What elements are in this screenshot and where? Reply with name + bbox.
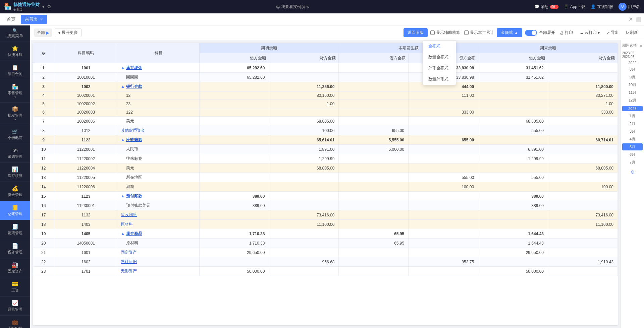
table-row[interactable]: 6 10020003 122 333.00 333.00 [33, 108, 618, 117]
month-2022-11[interactable]: 11月 [622, 89, 643, 96]
row-name[interactable]: 往来标签 [118, 154, 199, 163]
row-name[interactable]: 美元 [118, 163, 199, 173]
table-row[interactable]: 10 11220001 人民币 1,891.00 5,000.00 6,891.… [33, 145, 618, 154]
month-2022-9[interactable]: 9月 [622, 74, 643, 81]
table-row[interactable]: 22 1602 累计折旧 956.68 953.75 1,910.43 [33, 257, 618, 267]
tab-home[interactable]: 首页 [3, 15, 19, 24]
row-name[interactable]: 累计折旧 [118, 257, 199, 267]
month-2023-5[interactable]: 5月 [622, 143, 643, 150]
row-name[interactable]: 12 [118, 91, 199, 100]
row-name[interactable]: 游戏 [118, 182, 199, 192]
ytd-checkbox-input[interactable] [464, 30, 469, 35]
table-row[interactable]: 17 1132 应收利息 73,416.00 73,416.00 [33, 210, 618, 220]
table-row[interactable]: 14 11220006 游戏 100.00 100.00 [33, 182, 618, 192]
print-button[interactable]: 🖨 打印 [558, 28, 575, 37]
row-name[interactable]: ▲银行存款 [118, 82, 199, 91]
cloud-print-button[interactable]: ☁ 云打印 ▾ [578, 28, 602, 37]
month-2023-1[interactable]: 1月 [622, 113, 643, 120]
format-option-amount[interactable]: 金额式 [423, 41, 456, 52]
table-row[interactable]: 7 10020006 美元 68,805.00 68,805.00 [33, 117, 618, 126]
close-window-icon[interactable]: ✕ [629, 16, 633, 22]
sidebar-item-ecommerce[interactable]: 🛒 小畅电商 [0, 125, 30, 144]
return-old-version-button[interactable]: 返回旧版 [404, 28, 428, 37]
row-name[interactable]: 人民币 [118, 145, 199, 154]
sidebar-item-inventory[interactable]: 📊 库存核算 [0, 163, 30, 182]
row-name[interactable]: ▲预付账款 [118, 192, 199, 201]
tab-close-icon[interactable]: ✕ [40, 17, 43, 21]
message-button[interactable]: 💬 消息 99+ [534, 4, 558, 10]
row-name[interactable]: 原材料 [118, 220, 199, 229]
row-name[interactable]: ▲库存现金 [118, 63, 199, 73]
sidebar-item-fixed-assets[interactable]: 🏭 固定资产 [0, 258, 30, 277]
table-row[interactable]: 18 1403 原材料 11,100.00 11,100.00 [33, 220, 618, 229]
show-ytd-checkbox[interactable]: 显示本年累计 [464, 30, 494, 36]
sidebar-item-retail[interactable]: 🏪 零售管理 ▾ [0, 80, 30, 103]
row-name[interactable]: 122 [118, 108, 199, 117]
dropdown-arrow-icon[interactable]: ▾ [42, 4, 44, 9]
format-option-qty-amount[interactable]: 数量金额式 [423, 52, 456, 63]
month-2023-2[interactable]: 2月 [622, 120, 643, 127]
table-row[interactable]: 16 11230001 预付账款美元 389.00 389.00 [33, 201, 618, 210]
table-row[interactable]: 5 10020002 23 1.00 1.00 [33, 100, 618, 108]
sidebar-item-project[interactable]: 📋 项目合同 [0, 61, 30, 80]
format-option-foreign-amount[interactable]: 外币金额式 [423, 63, 456, 74]
month-2023-4[interactable]: 4月 [622, 136, 643, 143]
table-row[interactable]: 12 11220004 美元 68,805.00 68,805.00 [33, 163, 618, 173]
tab-balance[interactable]: 余额表 ✕ [21, 15, 47, 24]
table-row[interactable]: 8 1012 其他货币资金 100.00 655.00 555.00 [33, 126, 618, 135]
table-row[interactable]: 4 10020001 12 80,160.00 111.00 80,271.00 [33, 91, 618, 100]
toggle-switch[interactable] [525, 30, 537, 36]
format-dropdown-button[interactable]: 金额式 ▲ [497, 28, 522, 37]
user-avatar[interactable]: U 用户名 [619, 3, 640, 11]
row-name[interactable]: 无形资产 [118, 267, 199, 276]
row-name[interactable]: 回回回 [118, 73, 199, 82]
sidebar-item-payroll[interactable]: 💳 工资 [0, 277, 30, 297]
maximize-icon[interactable]: ⬜ [636, 17, 641, 22]
assist-checkbox-input[interactable] [430, 30, 435, 35]
table-row[interactable]: 20 14050001 原材料 1,710.38 65.95 1,644.43 [33, 239, 618, 248]
table-row[interactable]: 23 1701 无形资产 50,000.00 50,000.00 [33, 267, 618, 276]
sidebar-item-invoice[interactable]: 🧾 发票管理 [0, 220, 30, 239]
table-row[interactable]: 13 11220005 所在地区 555.00 555.00 [33, 173, 618, 182]
sidebar-item-purchase[interactable]: 🛍 采购管理 [0, 144, 30, 163]
format-option-qty-foreign[interactable]: 数量外币式 [423, 74, 456, 85]
table-row[interactable]: 21 1601 固定资产 29,650.00 29,650.00 [33, 248, 618, 257]
month-2022-8[interactable]: 8月 [622, 66, 643, 73]
month-2023-3[interactable]: 3月 [622, 128, 643, 135]
sidebar-item-quick-nav[interactable]: ⭐ 快捷导航 [0, 42, 30, 61]
row-name[interactable]: 23 [118, 100, 199, 108]
row-name[interactable]: ▲应收账款 [118, 135, 199, 145]
table-row[interactable]: 2 10010001 回回回 65,282.60 33,830.98 31,45… [33, 73, 618, 82]
table-row[interactable]: 11 11220002 往来标签 1,299.99 1,299.99 [33, 154, 618, 163]
table-row[interactable]: 3 1002 ▲银行存款 11,356.00 444.00 11,800.00 [33, 82, 618, 91]
table-row[interactable]: 19 1405 ▲库存商品 1,710.38 65.95 1,644.43 [33, 229, 618, 239]
nav-all-button[interactable]: 全部 ▶ [34, 28, 52, 37]
month-2023-6[interactable]: 6月 [622, 151, 643, 158]
expand-more-button[interactable]: ▾ 展开更多 [55, 28, 82, 37]
month-2023-7[interactable]: 7月 [622, 159, 643, 166]
export-button[interactable]: ↗ 导出 [604, 28, 621, 37]
settings-icon[interactable]: ⚙ [47, 4, 51, 9]
month-2022-10[interactable]: 10月 [622, 81, 643, 88]
row-name[interactable]: 预付账款美元 [118, 201, 199, 210]
table-row[interactable]: 15 1123 ▲预付账款 389.00 389.00 [33, 192, 618, 201]
show-assist-checkbox[interactable]: 显示辅助核算 [430, 30, 460, 36]
row-name[interactable]: ▲库存商品 [118, 229, 199, 239]
row-name[interactable]: 应收利息 [118, 210, 199, 220]
col-gear[interactable]: ⚙ [33, 43, 54, 63]
row-name[interactable]: 所在地区 [118, 173, 199, 182]
row-name[interactable]: 固定资产 [118, 248, 199, 257]
row-name[interactable]: 原材料 [118, 239, 199, 248]
app-download-button[interactable]: 📱 App下载 [564, 4, 585, 10]
row-name[interactable]: 美元 [118, 117, 199, 126]
sidebar-item-sales[interactable]: 💼 小畅报销 [0, 316, 30, 328]
row-name[interactable]: 其他货币资金 [118, 126, 199, 135]
expand-all-toggle[interactable]: 全部展开 [525, 30, 555, 36]
demo-link[interactable]: ◎ 我要看实例演示 [276, 4, 309, 10]
sidebar-item-ledger[interactable]: 📒 总账管理 [0, 201, 30, 220]
panel-expand-icon[interactable]: ⊙ [631, 169, 635, 175]
sidebar-item-capital[interactable]: 💰 资金管理 [0, 182, 30, 201]
sidebar-item-tax[interactable]: 📄 税务管理 [0, 239, 30, 258]
sidebar-item-wholesale[interactable]: 📦 批发管理 ▾ [0, 103, 30, 125]
table-row[interactable]: 9 1122 ▲应收账款 65,614.01 5,555.00 655.00 6… [33, 135, 618, 145]
